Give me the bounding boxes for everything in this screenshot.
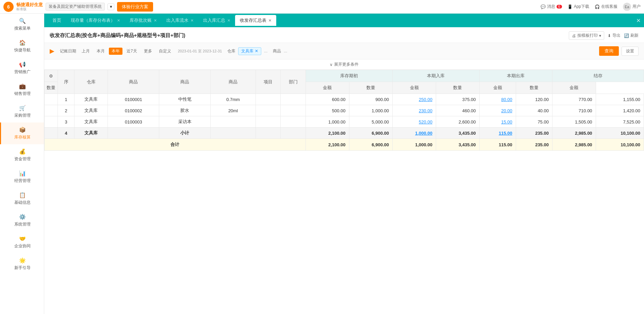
experience-button[interactable]: 体验行业方案 bbox=[117, 2, 153, 12]
sidebar-item-system[interactable]: ⚙️ 系统管理 bbox=[0, 210, 44, 231]
sidebar-label-sales: 销售管理 bbox=[14, 91, 31, 97]
table-row: 3 文具库 0100003 采访本 1,000.00 5,000.00 520.… bbox=[45, 116, 644, 128]
export-button[interactable]: ⬇ 导出 bbox=[608, 33, 621, 38]
row-in-qty[interactable]: 520.00 bbox=[393, 116, 436, 128]
refresh-icon: 🔄 bbox=[624, 33, 629, 38]
row-dept bbox=[281, 128, 306, 139]
sidebar-item-inventory[interactable]: 📦 库存核算 bbox=[0, 122, 44, 144]
sidebar-label-marketing: 营销推广 bbox=[14, 69, 31, 75]
row-settings bbox=[45, 128, 58, 139]
row-open-amt: 1,000.00 bbox=[349, 105, 393, 116]
col-bal-amt: 金额 bbox=[552, 82, 596, 94]
sidebar-item-enterprise[interactable]: 🤝 企业协同 bbox=[0, 231, 44, 253]
table-row: 1 文具库 0100001 中性笔 0.7mm 600.00 900.00 25… bbox=[45, 94, 644, 105]
tab-inventory-dist-close[interactable]: ✕ bbox=[117, 18, 120, 23]
sidebar-item-search[interactable]: 🔍 搜索菜单 bbox=[0, 14, 44, 35]
sidebar-item-purchase[interactable]: 🛒 采购管理 bbox=[0, 101, 44, 122]
tab-inout-flow[interactable]: 出入库流水 ✕ bbox=[162, 15, 198, 26]
enterprise-icon: 🤝 bbox=[19, 235, 26, 242]
goods-more-filter[interactable]: ... bbox=[284, 49, 287, 53]
tab-bar-close-button[interactable]: ✕ bbox=[636, 17, 641, 24]
purchase-icon: 🛒 bbox=[19, 105, 26, 111]
col-open-qty: 数量 bbox=[45, 82, 58, 94]
row-in-amt: 460.00 bbox=[436, 105, 479, 116]
date-btn-custom[interactable]: 自定义 bbox=[156, 48, 174, 55]
row-dept bbox=[281, 94, 306, 105]
row-out-qty[interactable]: 20.00 bbox=[479, 105, 516, 116]
date-btn-last-month[interactable]: 上月 bbox=[79, 48, 93, 55]
export-label: 导出 bbox=[612, 33, 621, 38]
row-goods-code bbox=[108, 128, 159, 139]
tab-home[interactable]: 首页 bbox=[48, 15, 66, 26]
date-btn-more[interactable]: 更多 bbox=[141, 48, 155, 55]
sidebar-item-marketing[interactable]: 📢 营销推广 bbox=[0, 57, 44, 79]
message-badge: 6 bbox=[557, 5, 562, 9]
message-action[interactable]: 💬 消息 6 bbox=[541, 4, 562, 10]
row-bal-qty: 710.00 bbox=[552, 105, 596, 116]
filter-toggle-icon[interactable]: ▶ bbox=[50, 47, 54, 55]
row-goods-name: 胶水 bbox=[159, 105, 211, 116]
sidebar-label-guide: 新手引导 bbox=[14, 265, 31, 271]
tab-inventory-dist[interactable]: 现存量（库存分布表） ✕ bbox=[66, 15, 125, 26]
refresh-button[interactable]: 🔄 刷新 bbox=[624, 33, 639, 38]
tab-collect-summary[interactable]: 收发存汇总表 ✕ bbox=[235, 15, 276, 26]
expand-bar: ∨ 展开更多条件 bbox=[44, 60, 644, 70]
date-btn-this-month[interactable]: 本月 bbox=[94, 48, 108, 55]
date-btn-this-year[interactable]: 本年 bbox=[109, 48, 122, 55]
sidebar-item-operations[interactable]: 📊 经营管理 bbox=[0, 166, 44, 188]
sidebar-item-finance[interactable]: 💰 资金管理 bbox=[0, 144, 44, 166]
sidebar-label-purchase: 采购管理 bbox=[14, 113, 31, 118]
top-bar: 6 畅捷通好生意 标准版 装备及固定资产辅助管理系统 ▾ 体验行业方案 💬 消息… bbox=[0, 0, 644, 14]
row-project bbox=[255, 128, 281, 139]
row-in-amt: 375.00 bbox=[436, 94, 479, 105]
home-icon: 🏠 bbox=[19, 39, 26, 46]
sidebar-item-sales[interactable]: 💼 销售管理 bbox=[0, 79, 44, 101]
tab-inout-flow-close[interactable]: ✕ bbox=[191, 18, 194, 23]
tab-batch-ledger[interactable]: 库存批次账 ✕ bbox=[125, 15, 162, 26]
row-out-qty[interactable]: 115.00 bbox=[479, 128, 516, 139]
print-dropdown-icon: ▾ bbox=[599, 33, 601, 38]
sidebar-item-basic[interactable]: 📋 基础信息 bbox=[0, 188, 44, 210]
expand-button[interactable]: ∨ 展开更多条件 bbox=[330, 62, 359, 67]
query-button[interactable]: 查询 bbox=[599, 46, 619, 56]
row-settings bbox=[45, 105, 58, 116]
row-in-qty[interactable]: 230.00 bbox=[393, 105, 436, 116]
row-warehouse: 文具库 bbox=[75, 105, 108, 116]
row-open-amt: 900.00 bbox=[349, 94, 393, 105]
row-no: 4 bbox=[58, 128, 75, 139]
date-btn-7days[interactable]: 近7天 bbox=[124, 48, 140, 55]
tab-batch-ledger-label: 库存批次账 bbox=[130, 17, 152, 23]
user-action[interactable]: Ea 用户 bbox=[623, 3, 641, 11]
tab-inout-summary[interactable]: 出入库汇总 ✕ bbox=[198, 15, 235, 26]
sidebar-item-guide[interactable]: 🌟 新手引导 bbox=[0, 253, 44, 275]
warehouse-more-filter[interactable]: ... bbox=[264, 49, 267, 53]
sidebar-item-quick-nav[interactable]: 🏠 快捷导航 bbox=[0, 35, 44, 57]
warehouse-tag-close[interactable]: ✕ bbox=[255, 49, 258, 53]
row-in-qty[interactable]: 1,000.00 bbox=[393, 128, 436, 139]
row-in-qty[interactable]: 250.00 bbox=[393, 94, 436, 105]
col-out-stock: 本期出库 bbox=[479, 70, 552, 82]
print-icon: 🖨 bbox=[572, 33, 576, 38]
tab-collect-summary-close[interactable]: ✕ bbox=[268, 18, 271, 23]
row-open-qty: 500.00 bbox=[306, 105, 349, 116]
tab-batch-ledger-close[interactable]: ✕ bbox=[154, 18, 157, 23]
row-spec: 20ml bbox=[211, 105, 255, 116]
settings-button[interactable]: 设置 bbox=[622, 47, 639, 56]
online-service-action[interactable]: 🎧 在线客服 bbox=[595, 4, 617, 10]
refresh-label: 刷新 bbox=[630, 33, 639, 38]
app-download-action[interactable]: 📱 App下载 bbox=[567, 4, 589, 10]
row-warehouse: 文具库 bbox=[75, 128, 108, 139]
footer-bal-qty: 2,985.00 bbox=[552, 139, 596, 151]
print-label: 按模板打印 bbox=[577, 33, 598, 38]
tab-inout-summary-close[interactable]: ✕ bbox=[227, 18, 230, 23]
col-settings[interactable]: ⚙ bbox=[45, 70, 58, 82]
main-layout: 🔍 搜索菜单 🏠 快捷导航 📢 营销推广 💼 销售管理 🛒 采购管理 📦 库存核… bbox=[0, 14, 644, 314]
row-in-amt: 3,435.00 bbox=[436, 128, 479, 139]
row-out-qty[interactable]: 15.00 bbox=[479, 116, 516, 128]
online-service-label: 在线客服 bbox=[601, 4, 617, 10]
print-button[interactable]: 🖨 按模板打印 ▾ bbox=[569, 31, 604, 40]
row-out-qty[interactable]: 80.00 bbox=[479, 94, 516, 105]
footer-open-amt: 6,900.00 bbox=[349, 139, 393, 151]
sys-dropdown[interactable]: ▾ bbox=[108, 3, 114, 10]
message-icon: 💬 bbox=[541, 4, 546, 9]
